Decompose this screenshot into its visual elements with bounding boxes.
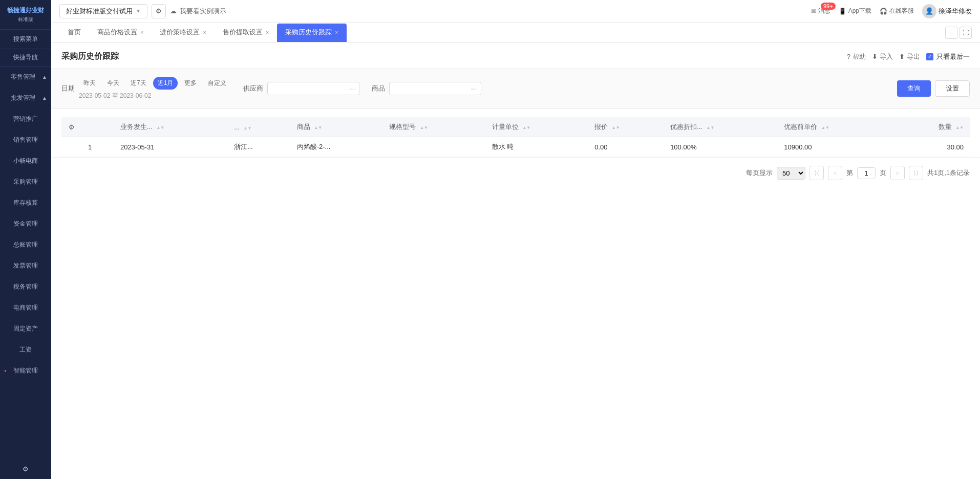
date-filter-group: 日期 昨天 今天 近7天 近1月 更多 自定义 2023-05-02 至 202… (61, 77, 231, 100)
tab-maximize-button[interactable]: ⛶ (960, 27, 972, 39)
product-filter-group: 商品 ··· (372, 82, 481, 95)
tab-minimize-button[interactable]: ─ (945, 27, 957, 39)
row-quoted-price-cell: 0.00 (588, 137, 664, 157)
settings-button[interactable]: 设置 (935, 80, 970, 97)
date-btn-yesterday[interactable]: 昨天 (79, 77, 100, 90)
sort-icon-discount: ▲▼ (707, 125, 715, 130)
col-discount[interactable]: 优惠折扣... ▲▼ (664, 117, 778, 137)
sidebar-item-general[interactable]: 总账管理 (0, 234, 51, 255)
sidebar-item-fixed-assets[interactable]: 固定资产 (0, 318, 51, 339)
sidebar-item-ecommerce-small[interactable]: 小畅电商 (0, 150, 51, 171)
pagination-prev-button[interactable]: ＜ (828, 166, 842, 180)
col-quoted-price[interactable]: 报价 ▲▼ (588, 117, 664, 137)
col-settings[interactable]: ⚙ (61, 117, 82, 137)
sort-icon-quoted-price: ▲▼ (612, 125, 620, 130)
export-icon: ⬆ (899, 53, 905, 60)
sidebar-item-invoice[interactable]: 发票管理 (0, 255, 51, 276)
data-table: ⚙ 业务发生... ▲▼ ... ▲▼ 商品 ▲▼ (61, 117, 970, 157)
sidebar-search[interactable]: 搜索菜单 (0, 30, 51, 49)
topbar: 好业财标准版交付试用 ▼ ⚙ ☁ 我要看实例演示 ✉ 消息 99+ 📱 App下… (51, 0, 980, 23)
sort-icon-quantity: ▲▼ (955, 125, 964, 130)
logo-text: 畅捷通好业财 (7, 6, 44, 15)
sidebar-item-wholesale[interactable]: 批发管理 ▲ (0, 88, 51, 108)
sidebar-item-retail[interactable]: 零售管理 ▲ (0, 67, 51, 88)
product-filter-label: 商品 (372, 84, 385, 93)
page-suffix: 页 (880, 168, 886, 178)
sidebar-gear-icon[interactable]: ⚙ (0, 459, 51, 479)
col-quantity[interactable]: 数量 ▲▼ (894, 117, 970, 137)
help-button[interactable]: ? 帮助 (847, 52, 866, 61)
import-button[interactable]: ⬇ 导入 (872, 52, 893, 61)
tab-home[interactable]: 首页 (59, 24, 89, 42)
row-index-cell: 1 (82, 137, 114, 157)
page-content: 采购历史价跟踪 ? 帮助 ⬇ 导入 ⬆ 导出 ✓ 只看最后一 (51, 43, 980, 479)
only-last-checkbox[interactable]: ✓ 只看最后一 (926, 52, 970, 61)
page-header: 采购历史价跟踪 ? 帮助 ⬇ 导入 ⬆ 导出 ✓ 只看最后一 (51, 43, 980, 69)
col-business-date[interactable]: 业务发生... ▲▼ (114, 117, 228, 137)
col-pre-discount-price[interactable]: 优惠前单价 ▲▼ (778, 117, 894, 137)
row-pre-discount-price-cell: 10900.00 (778, 137, 894, 157)
row-business-date-cell: 2023-05-31 (114, 137, 228, 157)
date-btn-more[interactable]: 更多 (180, 77, 201, 90)
product-input[interactable]: ··· (389, 82, 481, 95)
message-button[interactable]: ✉ 消息 99+ (811, 7, 830, 15)
export-button[interactable]: ⬆ 导出 (899, 52, 920, 61)
logo-sub: 标准版 (18, 16, 33, 23)
col-extra[interactable]: ... ▲▼ (228, 117, 291, 137)
date-range-display: 2023-05-02 至 2023-06-02 (79, 92, 231, 100)
per-page-select[interactable]: 50 100 200 (777, 167, 805, 180)
sidebar-item-finance[interactable]: 资金管理 (0, 213, 51, 234)
sidebar-item-inventory[interactable]: 库存核算 (0, 192, 51, 213)
query-button[interactable]: 查询 (897, 80, 931, 97)
message-badge: 99+ (821, 3, 836, 10)
sidebar-item-marketing[interactable]: 营销推广 (0, 108, 51, 129)
headset-icon: 🎧 (880, 8, 887, 15)
topbar-settings-icon[interactable]: ⚙ (152, 4, 166, 18)
sort-icon-spec: ▲▼ (420, 125, 428, 130)
row-product-cell: 丙烯酸-2-... (291, 137, 384, 157)
topbar-demo[interactable]: ☁ 我要看实例演示 (170, 7, 226, 16)
col-spec[interactable]: 规格型号 ▲▼ (383, 117, 485, 137)
sort-icon-unit: ▲▼ (522, 125, 530, 130)
tab-product-price-close[interactable]: × (140, 29, 143, 35)
chevron-down-icon: ▼ (136, 8, 141, 14)
tab-price-strategy[interactable]: 进价策略设置 × (152, 24, 214, 42)
date-btn-7days[interactable]: 近7天 (126, 77, 151, 90)
sidebar-item-payroll[interactable]: 工资 (0, 339, 51, 360)
filter-row: 日期 昨天 今天 近7天 近1月 更多 自定义 2023-05-02 至 202… (61, 77, 970, 100)
tab-sale-price-close[interactable]: × (266, 29, 269, 35)
sidebar-item-tax[interactable]: 税务管理 (0, 276, 51, 297)
supplier-input[interactable]: ··· (267, 82, 359, 95)
tab-product-price-label: 商品价格设置 (97, 28, 137, 37)
tab-price-strategy-label: 进价策略设置 (160, 28, 200, 37)
checkbox-icon: ✓ (926, 53, 933, 60)
tab-sale-price[interactable]: 售价提取设置 × (215, 24, 277, 42)
tab-purchase-history[interactable]: 采购历史价跟踪 × (277, 24, 346, 42)
tab-product-price[interactable]: 商品价格设置 × (89, 24, 152, 42)
user-menu[interactable]: 👤 徐泽华修改 (922, 4, 972, 18)
tab-purchase-history-close[interactable]: × (335, 29, 338, 35)
col-unit[interactable]: 计量单位 ▲▼ (486, 117, 588, 137)
sidebar-item-sales[interactable]: 销售管理 (0, 129, 51, 150)
date-btn-today[interactable]: 今天 (102, 77, 124, 90)
page-input[interactable] (857, 167, 876, 179)
tab-price-strategy-close[interactable]: × (203, 29, 206, 35)
date-btn-custom[interactable]: 自定义 (203, 77, 231, 90)
product-expand-icon[interactable]: ··· (471, 84, 477, 93)
version-selector[interactable]: 好业财标准版交付试用 ▼ (59, 4, 147, 18)
online-service-button[interactable]: 🎧 在线客服 (880, 7, 914, 15)
sidebar-item-purchase[interactable]: 采购管理 (0, 171, 51, 192)
online-service-label: 在线客服 (889, 7, 914, 15)
app-download-button[interactable]: 📱 App下载 (839, 7, 871, 15)
pagination-next-button[interactable]: ＞ (890, 166, 905, 180)
sidebar-item-smart[interactable]: 智能管理 (0, 360, 51, 381)
date-btn-1month[interactable]: 近1月 (153, 77, 178, 90)
topbar-left: 好业财标准版交付试用 ▼ ⚙ ☁ 我要看实例演示 (59, 4, 811, 18)
pagination-last-button[interactable]: ⟩⟩ (909, 166, 923, 180)
col-product[interactable]: 商品 ▲▼ (291, 117, 384, 137)
supplier-expand-icon[interactable]: ··· (349, 84, 355, 93)
sidebar-quick-nav[interactable]: 快捷导航 (0, 49, 51, 67)
cloud-icon: ☁ (170, 7, 177, 15)
sidebar-item-ecommerce[interactable]: 电商管理 (0, 297, 51, 318)
pagination-first-button[interactable]: ⟨⟨ (809, 166, 824, 180)
